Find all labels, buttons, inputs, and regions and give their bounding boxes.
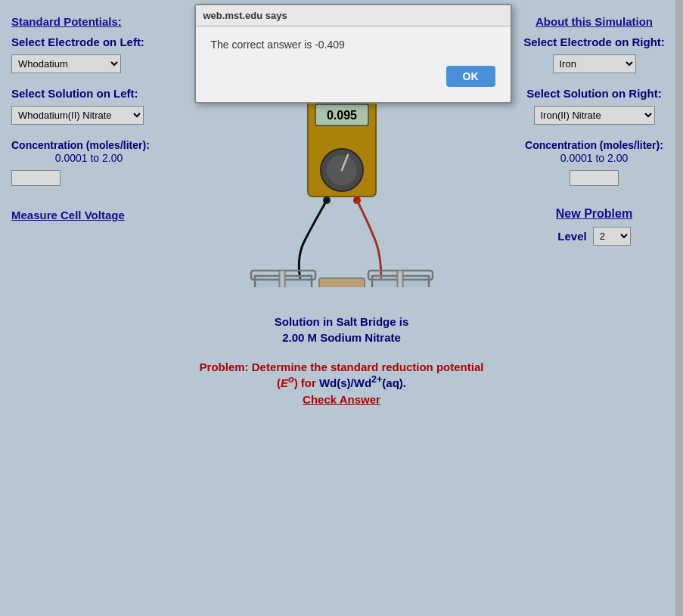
modal-dialog: web.mst.edu says The correct answer is -… [194, 4, 512, 104]
modal-footer: OK [196, 66, 511, 87]
modal-ok-button[interactable]: OK [446, 66, 495, 87]
modal-title: web.mst.edu says [196, 5, 511, 26]
modal-message: The correct answer is -0.409 [196, 26, 511, 58]
modal-overlay: web.mst.edu says The correct answer is -… [0, 0, 683, 616]
